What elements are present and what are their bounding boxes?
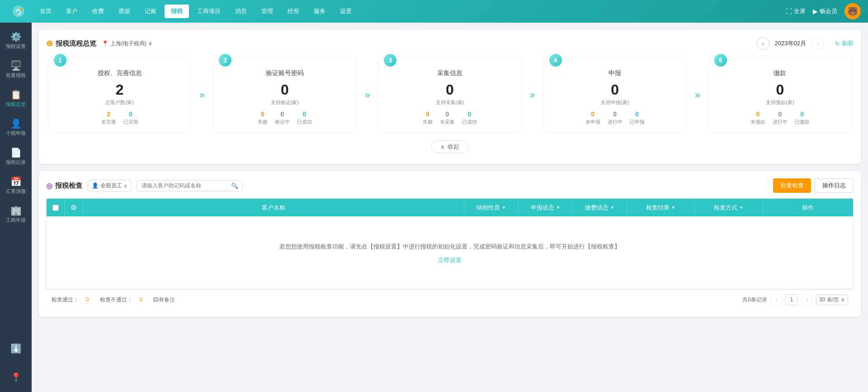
stat-item[interactable]: 0 未申报 [585, 110, 600, 125]
nav-operation[interactable]: 经营 [281, 5, 306, 18]
nav-business[interactable]: 工商项目 [191, 5, 227, 18]
nav-manage[interactable]: 管理 [255, 5, 279, 18]
card-title-3: 采集信息 [384, 69, 515, 77]
card-number-2: 2 [219, 54, 231, 67]
filter-icon[interactable]: ▼ [502, 205, 506, 210]
collapse-button[interactable]: ∧ 收起 [431, 140, 469, 153]
card-number-4: 4 [549, 54, 562, 67]
batch-check-button[interactable]: 批量检查 [773, 178, 811, 193]
filter-icon[interactable]: ▼ [671, 205, 676, 210]
stat-item[interactable]: 0 未采集 [440, 110, 455, 125]
table-body: 若您想使用报税检查功能，请先在【报税设置】中进行报税的初始化设置，完成密码验证和… [47, 216, 853, 289]
select-all-checkbox[interactable] [52, 205, 59, 211]
employee-filter[interactable]: 👤 全部员工 ∨ [88, 180, 131, 192]
sidebar-item-batch-tax[interactable]: 🖥️ 批量报税 [0, 55, 32, 84]
sidebar-item-annual-report[interactable]: 🏢 工商年报 [0, 200, 32, 229]
immediate-setup-link[interactable]: 立即设置 [438, 257, 462, 263]
check-fail-label: 检查不通过： [100, 296, 132, 304]
search-input[interactable] [137, 181, 227, 191]
sidebar-item-annual-settlement[interactable]: 📅 汇算清缴 [0, 171, 32, 200]
flow-card-3: 3 采集信息 0 支持采集(家) 0 失败 0 未采集 0 已成功 [378, 57, 521, 133]
stat-item[interactable]: 0 失败 [423, 110, 433, 125]
nav-message[interactable]: 消息 [229, 5, 253, 18]
stat-item[interactable]: 0 已完善 [123, 110, 138, 125]
stat-item[interactable]: 0 进行中 [773, 110, 788, 125]
next-page-button[interactable]: › [802, 294, 812, 305]
table-footer: 检查通过： 0 检查不通过： 0 囧有备注 共0条记录 ‹ 1 › 30 条/页… [46, 289, 854, 310]
tax-overview-icon: 📋 [10, 90, 22, 99]
nav-settings[interactable]: 设置 [334, 5, 358, 18]
collapse-row: ∧ 收起 [46, 137, 854, 157]
th-pay-status: 缴费状态 ▼ [573, 199, 627, 216]
sidebar-item-tax-records[interactable]: 📄 报税记录 [0, 142, 32, 171]
annual-report-icon: 🏢 [10, 206, 22, 215]
flow-card-1: 1 授权、完善信息 2 总客户数(家) 2 未完善 0 已完善 [48, 57, 191, 133]
location-selector[interactable]: 📍 上海(电子税局) ∨ [102, 40, 152, 48]
user-avatar[interactable]: 🐻 [844, 3, 861, 19]
stat-item[interactable]: 0 已成功 [462, 110, 477, 125]
next-month-button[interactable]: › [811, 37, 824, 50]
search-button[interactable]: 🔍 [227, 181, 242, 191]
sidebar-item-label: 报税记录 [6, 159, 26, 165]
action-buttons: 批量检查 操作日志 [773, 178, 854, 193]
card-big-num-4: 0 [549, 81, 681, 98]
stat-item[interactable]: 2 未完善 [101, 110, 116, 125]
check-pass-link[interactable]: 0 [86, 296, 89, 303]
stat-item[interactable]: 0 失败 [258, 110, 268, 125]
member-button[interactable]: ▶ 畅会员 [813, 7, 837, 15]
sidebar-item-download[interactable]: ⬇️ [0, 334, 32, 363]
sidebar-item-label: 报税设置 [6, 43, 26, 49]
stat-item[interactable]: 0 进行中 [608, 110, 623, 125]
nav-home[interactable]: 首页 [33, 5, 58, 18]
chevron-down-icon: ∨ [148, 40, 152, 47]
filter-icon[interactable]: ▼ [739, 205, 744, 210]
batch-tax-icon: 🖥️ [10, 61, 22, 70]
nav-customer[interactable]: 客户 [60, 5, 84, 18]
th-gear[interactable]: ⚙ [65, 199, 83, 216]
flow-card-4: 4 申报 0 支持申报(家) 0 未申报 0 进行中 0 已申报 [543, 57, 687, 133]
first-page-button[interactable]: ‹ [771, 294, 782, 305]
sidebar-item-personal-tax[interactable]: 👤 个税申报 [0, 113, 32, 142]
stat-item[interactable]: 0 已申报 [630, 110, 645, 125]
card-title-1: 授权、完善信息 [54, 69, 185, 77]
th-tax-nature: 纳税性质 ▼ [464, 199, 519, 216]
filter-icon[interactable]: ▼ [556, 205, 561, 210]
card-stats-1: 2 未完善 0 已完善 [54, 110, 185, 125]
check-fail-link[interactable]: 0 [140, 296, 143, 303]
nav-fee[interactable]: 收费 [86, 5, 110, 18]
stat-item[interactable]: 0 验证中 [275, 110, 290, 125]
nav-right-area: ⛶ 全屏 ▶ 畅会员 🐻 [786, 3, 861, 19]
sidebar-item-label: 汇算清缴 [6, 188, 26, 194]
refresh-icon: ↻ [835, 40, 840, 47]
nav-bookkeeping[interactable]: 记账 [138, 5, 163, 18]
stat-item[interactable]: 0 未缴款 [750, 110, 765, 125]
stat-item[interactable]: 0 已成功 [297, 110, 312, 125]
main-content: ⊕ 报税流程总览 📍 上海(电子税局) ∨ ‹ 2023年02月 › ↻ 刷新 [32, 23, 868, 392]
remark-label: 囧有备注 [153, 296, 175, 304]
per-page-selector[interactable]: 30 条/页 ∨ [816, 295, 848, 305]
tax-records-icon: 📄 [10, 148, 22, 157]
annual-settlement-icon: 📅 [10, 177, 22, 186]
sidebar-item-location[interactable]: 📍 [0, 363, 32, 392]
fullscreen-button[interactable]: ⛶ 全屏 [786, 7, 806, 15]
month-navigator: ‹ 2023年02月 › [757, 37, 824, 50]
nav-tax[interactable]: 报税 [165, 5, 189, 18]
check-header: ◎ 报税检查 👤 全部员工 ∨ 🔍 批量检查 操作日志 [46, 178, 854, 193]
sidebar-item-tax-overview[interactable]: 📋 报税总览 [0, 84, 32, 113]
card-sub-2: 支持验证(家) [219, 99, 350, 106]
stat-item[interactable]: 0 已缴款 [795, 110, 810, 125]
nav-invoice[interactable]: 票据 [112, 5, 137, 18]
nav-service[interactable]: 服务 [307, 5, 332, 18]
prev-month-button[interactable]: ‹ [757, 37, 769, 50]
nav-menu: 首页 客户 收费 票据 记账 报税 工商项目 消息 管理 经营 服务 设置 [33, 5, 786, 18]
flow-card-5: 5 缴款 0 支持缴款(家) 0 未缴款 0 进行中 0 已缴款 [708, 57, 852, 133]
filter-icon[interactable]: ▼ [610, 205, 615, 210]
sidebar-item-tax-settings[interactable]: ⚙️ 报税设置 [0, 26, 32, 55]
refresh-button[interactable]: ↻ 刷新 [835, 39, 854, 48]
chevron-up-icon: ∧ [440, 143, 445, 150]
arrow-1: » [193, 57, 211, 133]
th-checkbox[interactable] [47, 199, 65, 216]
arrow-3: » [524, 57, 542, 133]
flow-card-2: 2 验证账号密码 0 支持验证(家) 0 失败 0 验证中 0 已成功 [213, 57, 356, 133]
operation-log-button[interactable]: 操作日志 [815, 178, 854, 193]
